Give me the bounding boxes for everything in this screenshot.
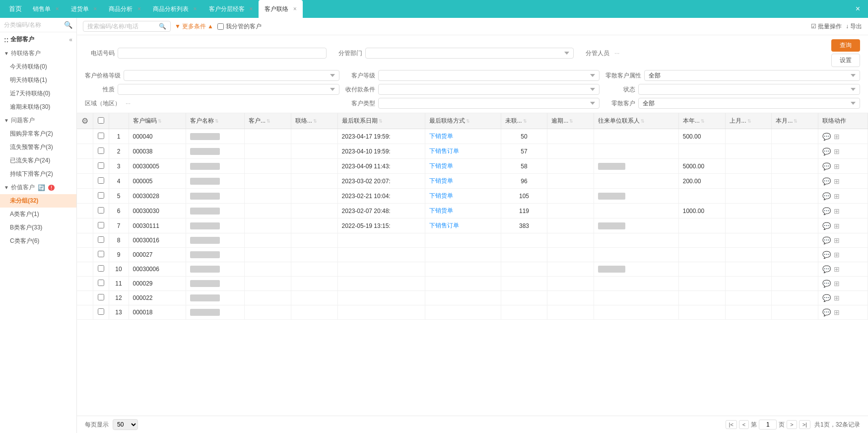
- name-col-header[interactable]: 客户名称⇅: [186, 113, 244, 129]
- sidebar-item-hoarding[interactable]: 囤购异常客户(2): [0, 127, 76, 141]
- filter-search-icon[interactable]: 🔍: [159, 23, 166, 30]
- filter-select-retail[interactable]: 全部: [638, 98, 860, 109]
- page-last-btn[interactable]: >|: [799, 420, 810, 429]
- action-message-icon[interactable]: 💬: [822, 236, 831, 244]
- row-checkbox[interactable]: [98, 162, 104, 169]
- settings-col-header[interactable]: ⚙: [77, 113, 93, 129]
- row-checkbox[interactable]: [98, 251, 104, 257]
- export-button[interactable]: ↓ 导出: [846, 22, 862, 31]
- close-sales-tab[interactable]: ×: [56, 5, 59, 12]
- action-grid-icon[interactable]: ⊞: [834, 280, 840, 288]
- action-grid-icon[interactable]: ⊞: [834, 192, 840, 200]
- row-last-method[interactable]: 下销售订单: [425, 218, 501, 233]
- row-check[interactable]: [93, 204, 109, 218]
- row-check[interactable]: [93, 233, 109, 248]
- row-last-method[interactable]: 下销货单: [425, 189, 501, 204]
- action-message-icon[interactable]: 💬: [822, 222, 831, 230]
- last-date-col-header[interactable]: 最后联系日期⇅: [337, 113, 425, 129]
- query-button[interactable]: 查询: [831, 39, 860, 52]
- row-checkbox[interactable]: [98, 207, 104, 214]
- row-checkbox[interactable]: [98, 192, 104, 199]
- filter-search-input[interactable]: [87, 23, 157, 30]
- sidebar-item-7days[interactable]: 近7天待联络(0): [0, 87, 76, 100]
- filter-select-retail-attr[interactable]: 全部: [644, 70, 860, 81]
- page-prev-btn[interactable]: <: [739, 420, 749, 429]
- action-message-icon[interactable]: 💬: [822, 192, 831, 200]
- row-check[interactable]: [93, 159, 109, 174]
- action-grid-icon[interactable]: ⊞: [834, 236, 840, 244]
- row-last-method[interactable]: 下销货单: [425, 174, 501, 189]
- row-check[interactable]: [93, 291, 109, 305]
- close-analysis-tab[interactable]: ×: [137, 5, 141, 12]
- action-grid-icon[interactable]: ⊞: [834, 294, 840, 302]
- page-next-btn[interactable]: >: [787, 420, 797, 429]
- close-analysis-list-tab[interactable]: ×: [194, 5, 197, 12]
- sidebar-group-pending[interactable]: ▼ 待联络客户: [0, 47, 76, 60]
- action-grid-icon[interactable]: ⊞: [834, 308, 840, 316]
- last-method-link[interactable]: 下销售订单: [429, 147, 459, 154]
- action-message-icon[interactable]: 💬: [822, 265, 831, 273]
- action-message-icon[interactable]: 💬: [822, 294, 831, 302]
- row-checkbox[interactable]: [98, 236, 104, 243]
- row-check[interactable]: [93, 305, 109, 320]
- sidebar-search-input[interactable]: [4, 21, 64, 28]
- page-first-btn[interactable]: |<: [726, 420, 737, 429]
- last-method-link[interactable]: 下销货单: [429, 162, 453, 169]
- sidebar-item-unclassified[interactable]: 未分组(32): [0, 194, 76, 208]
- action-grid-icon[interactable]: ⊞: [834, 222, 840, 230]
- nav-tab-analysis[interactable]: 商品分析 ×: [103, 0, 147, 18]
- check-col-header[interactable]: [93, 113, 109, 129]
- sidebar-item-churn-warning[interactable]: 流失预警客户(3): [0, 141, 76, 154]
- action-message-icon[interactable]: 💬: [822, 133, 831, 141]
- last-method-link[interactable]: 下销货单: [429, 207, 453, 214]
- action-grid-icon[interactable]: ⊞: [834, 147, 840, 155]
- sidebar-all-customers[interactable]: :: 全部客户 «: [0, 32, 76, 47]
- row-checkbox[interactable]: [98, 222, 104, 228]
- row-check[interactable]: [93, 248, 109, 262]
- row-last-method[interactable]: 下销货单: [425, 204, 501, 218]
- filter-input-phone[interactable]: [118, 48, 327, 59]
- my-customers-checkbox[interactable]: 我分管的客户: [217, 22, 262, 31]
- row-check[interactable]: [93, 277, 109, 291]
- action-message-icon[interactable]: 💬: [822, 147, 831, 155]
- this-year-col-header[interactable]: 本年...⇅: [678, 113, 725, 129]
- row-checkbox[interactable]: [98, 280, 104, 286]
- more-conditions-btn[interactable]: ▼ 更多条件 ▲: [175, 22, 213, 31]
- code-col-header[interactable]: 客户编码⇅: [129, 113, 186, 129]
- my-customers-check[interactable]: [217, 23, 224, 30]
- action-message-icon[interactable]: 💬: [822, 280, 831, 288]
- row-checkbox[interactable]: [98, 177, 104, 184]
- sidebar-item-churned[interactable]: 已流失客户(24): [0, 154, 76, 167]
- sidebar-item-class-b[interactable]: B类客户(33): [0, 221, 76, 234]
- reset-button[interactable]: 设置: [831, 54, 860, 67]
- filter-select-nature[interactable]: [118, 84, 339, 95]
- nav-tab-analysis-list[interactable]: 商品分析列表 ×: [147, 0, 203, 18]
- sidebar-item-tomorrow[interactable]: 明天待联络(1): [0, 73, 76, 87]
- sidebar-group-value[interactable]: ▼ 价值客户 🔄 !: [0, 181, 76, 194]
- row-checkbox[interactable]: [98, 147, 104, 154]
- filter-select-customer-grade[interactable]: [378, 70, 600, 81]
- row-check[interactable]: [93, 189, 109, 204]
- action-grid-icon[interactable]: ⊞: [834, 207, 840, 215]
- close-segment-tab[interactable]: ×: [249, 5, 253, 12]
- type-col-header[interactable]: 客户...⇅: [245, 113, 291, 129]
- action-grid-icon[interactable]: ⊞: [834, 251, 840, 259]
- sidebar-search-icon[interactable]: 🔍: [64, 21, 72, 29]
- sidebar-item-class-c[interactable]: C类客户(6): [0, 234, 76, 248]
- select-all-checkbox[interactable]: [98, 117, 104, 124]
- action-message-icon[interactable]: 💬: [822, 207, 831, 215]
- batch-ops-button[interactable]: ☑ 批量操作: [811, 22, 842, 31]
- row-check[interactable]: [93, 129, 109, 144]
- nav-tab-sales[interactable]: 销售单 ×: [27, 0, 65, 18]
- sidebar-group-problem[interactable]: ▼ 问题客户: [0, 114, 76, 127]
- nav-tab-purchase[interactable]: 进货单 ×: [65, 0, 103, 18]
- row-check[interactable]: [93, 144, 109, 159]
- row-checkbox[interactable]: [98, 265, 104, 272]
- row-last-method[interactable]: 下销货单: [425, 159, 501, 174]
- action-grid-icon[interactable]: ⊞: [834, 177, 840, 185]
- action-message-icon[interactable]: 💬: [822, 177, 831, 185]
- action-message-icon[interactable]: 💬: [822, 162, 831, 170]
- nav-home[interactable]: 首页: [4, 0, 27, 18]
- filter-select-dept[interactable]: [365, 48, 574, 59]
- per-page-select[interactable]: 50 20 100: [113, 419, 138, 430]
